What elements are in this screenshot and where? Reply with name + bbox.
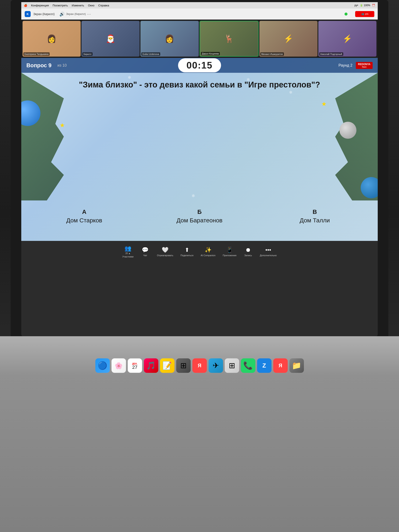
menu-edit[interactable]: Изменить [72,4,84,7]
participant-tile: 👩 Екатерина Талдыкина [23,21,81,57]
round-label: Раунд 2 [338,63,352,68]
participant-name-2: Кирилл [82,52,93,56]
dock-files[interactable]: 📁 [289,358,304,373]
zoom-more-icon[interactable]: ⋯ [87,12,91,16]
react-label: Отреагировать [157,254,173,257]
dock-telegram[interactable]: ✈ [209,358,223,373]
brand-sub: Квиз [362,66,367,68]
macbook-body: 🍎 Конференция Посмотреть Изменить Окно С… [0,0,399,532]
zoom-green-dot[interactable] [344,13,348,16]
react-icon: 🤍 [162,247,169,253]
question-text: "Зима близко" - это девиз какой семьи в … [38,79,361,90]
toolbar-chat[interactable]: 💬 Чат [138,245,152,258]
participant-avatar-4: 🦌 [200,21,258,56]
toolbar-record[interactable]: ⏺ Запись [241,245,256,258]
menu-help[interactable]: Справка [98,4,109,7]
participant-avatar-2: 🎅 [82,21,139,57]
toolbar-share[interactable]: ⬆ Поделиться [177,245,196,258]
zoom-video-btn[interactable]: 📹 zm [355,11,374,17]
menu-language: рy• [355,4,358,7]
answer-letter-c: В [260,209,369,215]
quiz-timer: 00:15 [178,58,221,72]
participant-avatar-1: 👩 [23,21,81,57]
dock-yandex2[interactable]: Я [273,358,288,373]
participant-name-6: Николай Подгорный [319,52,343,56]
dock-yandex[interactable]: Я [192,358,207,373]
dock-finder[interactable]: 🔵 [95,358,110,373]
dock-apps2[interactable]: ⊞ [225,358,239,373]
menu-conference[interactable]: Конференция [31,4,49,7]
answer-option-c: В Дом Талли [260,209,369,224]
participant-avatar-5: ⚡ [260,21,317,57]
apps-icon: 📱 [226,247,233,253]
chat-label: Чат [143,254,147,257]
ai-companion-label: AI Companion [201,254,215,257]
participant-name-5: Михаил Ишмуратов [260,52,284,56]
screen-bezel: 🍎 Конференция Посмотреть Изменить Окно С… [11,0,388,336]
participant-tile: 🎅 Кирилл [82,21,139,57]
star-decoration-1: ★ [60,122,65,129]
toolbar-participants[interactable]: 👥 20 ▲ Участники [119,243,137,260]
share-label: Поделиться [180,254,193,257]
dock-music[interactable]: 🎵 [144,358,158,373]
participant-tile: ⚡ Николай Подгорный [318,21,376,57]
dock-notes[interactable]: 📝 [160,358,175,373]
menu-view[interactable]: Посмотреть [53,4,68,7]
brand-label: REDONYA [358,63,370,66]
more-label: Дополнительно [260,254,277,257]
chat-icon: 💬 [142,247,149,253]
record-icon: ⏺ [245,247,251,253]
menu-bar-right: рy• 🔋 100% ⏰ [355,4,375,7]
dock-calendar[interactable]: ДЕК. 27 [128,358,142,373]
zoom-titlebar-controls: 📹 zm [344,11,374,17]
calendar-day: 27 [132,365,137,370]
answer-option-a: А Дом Старков [30,209,139,224]
zoom-icon: K [25,11,31,17]
toolbar-ai-companion[interactable]: ✨ AI Companion [198,245,219,258]
zoom-toolbar: 👥 20 ▲ Участники 💬 Чат 🤍 Отреагировать ⬆… [21,241,378,262]
participant-avatar-6: ⚡ [318,21,376,57]
question-of: из 10 [57,63,67,68]
participants-badge: 20 ▲ [125,252,130,254]
toolbar-apps[interactable]: 📱 Приложения [220,245,239,258]
menu-apple[interactable]: 🍎 [24,4,27,7]
answer-text-b: Дом Баратеонов [145,217,254,224]
answers-row: А Дом Старков Б Дом Баратеонов В Дом Тал… [30,209,369,224]
round-badge: Раунд 2 REDONYA Квиз [338,62,373,69]
answer-letter-b: Б [145,209,254,215]
more-icon: ••• [265,247,271,253]
dock-launchpad[interactable]: ⊞ [176,358,191,373]
quiz-content-area: ★ ★ ❄ ❄ ❄ ❄ ❄ Вопрос 9 из 10 00:15 Раунд… [21,58,378,241]
answer-option-b: Б Дом Баратеонов [145,209,254,224]
ai-companion-icon: ✨ [205,247,211,253]
star-decoration-2: ★ [321,101,327,108]
record-label: Запись [244,254,252,257]
question-number: Вопрос 9 [26,62,51,69]
participants-bar: 👩 Екатерина Талдыкина 🎅 Кирилл 👩 Gulia U… [21,19,378,58]
answer-letter-a: А [30,209,139,215]
zoom-window: K Экран (Кирилл) 🔊 Экран (Кирилл) ⋯ 📹 zm [21,8,378,336]
macos-dock: 🔵 🌸 ДЕК. 27 🎵 📝 ⊞ Я ✈ ⊞ 📞 Z Я 📁 [11,355,388,374]
zoom-screen-label: Экран (Кирилл) [66,12,86,16]
zoom-audio-icon[interactable]: 🔊 [59,12,65,17]
toolbar-more[interactable]: ••• Дополнительно [257,245,280,258]
dock-whatsapp[interactable]: 📞 [241,358,255,373]
participant-name-4: Дарья Кощеева [201,52,220,55]
participant-tile: ⚡ Михаил Ишмуратов [260,21,317,57]
menu-bar: 🍎 Конференция Посмотреть Изменить Окно С… [21,2,378,8]
participant-tile-active: 🦌 Дарья Кощеева [200,21,259,57]
participants-icon: 👥 [125,245,131,252]
menu-window[interactable]: Окно [88,4,95,7]
participant-name-1: Екатерина Талдыкина [23,52,50,56]
share-icon: ⬆ [185,247,189,253]
apps-label: Приложения [223,254,236,257]
menu-time: ⏰ [372,4,375,7]
dock-zoom[interactable]: Z [257,358,272,373]
toolbar-react[interactable]: 🤍 Отреагировать [154,245,176,258]
participant-name-3: Gulia Uzdenova [141,52,160,56]
participants-label: Участники [122,255,134,258]
dock-photos[interactable]: 🌸 [112,358,126,373]
participant-avatar-3: 👩 [140,21,199,57]
answer-text-c: Дом Талли [260,217,369,224]
zoom-title: Экран (Кирилл) [33,12,55,16]
